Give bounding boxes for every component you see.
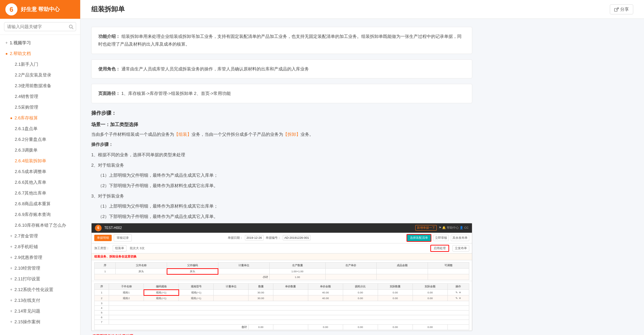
step3-2: （2）下部明细为子件明细，最终作为产成品生成其它入库单。 xyxy=(91,213,472,221)
path-label: 页面路径： xyxy=(98,91,120,96)
main-content-area: 组装拆卸单 分享 功能介绍： 组装拆卸单用来处理企业组装或拆卸等加工业务，支持有… xyxy=(80,0,644,335)
fake-tab-active: 单据明细 xyxy=(94,235,112,241)
intro-text: 组装拆卸单用来处理企业组装或拆卸等加工业务，支持有固定装配清单的产品加工业务，也… xyxy=(98,34,462,47)
path-block: 页面路径： 1、库存核算->库存管理->组装拆卸单 2、首页->常用功能 xyxy=(91,84,472,103)
sidebar-header: 6 好生意 帮助中心 xyxy=(0,0,80,19)
fake-logo: 6 xyxy=(95,225,102,231)
minus-icon-2: ● xyxy=(5,51,8,56)
fake-topbar-icons: ⚑ 🔔 帮助中心 👤 CC xyxy=(439,226,469,230)
table-row-subtotal: 小计 1.00 xyxy=(95,274,469,280)
th-qty: 生产数量 xyxy=(269,262,325,269)
fake-btn-new: 新增单据一下 xyxy=(415,225,437,231)
sidebar-item-2-7[interactable]: + 2.7资金管理 xyxy=(0,231,80,241)
fake-date-label: 单据日期： xyxy=(228,236,243,240)
fake-type-label: 加工类型： xyxy=(94,246,109,250)
sidebar-item-2-8[interactable]: + 2.8手机旺铺 xyxy=(0,241,80,252)
minus-icon-2-6: ● xyxy=(10,116,12,120)
sidebar-item-2-3[interactable]: 2.3使用前数据准备 xyxy=(0,80,80,91)
fake-type-select: 组装单 xyxy=(113,245,126,252)
share-label: 分享 xyxy=(620,6,629,12)
sidebar-item-2-6-6[interactable]: 2.6.6其他入库单 xyxy=(0,177,80,188)
sidebar-item-1[interactable]: + 1.视频学习 xyxy=(0,38,80,48)
fake-docno-val: AD-20191226-001 xyxy=(283,235,311,240)
table-row: 7 xyxy=(95,320,469,324)
sidebar-item-2-2[interactable]: 2.2产品安装及登录 xyxy=(0,70,80,80)
step3-1: （1）上部明细为父件明细，最终作为原材料生成其它出库单； xyxy=(91,202,472,211)
sidebar-item-2-6-4[interactable]: 2.6.4组装拆卸单 xyxy=(0,156,80,166)
fake-lower-table: 序 子件名称 编码规格 规格型号 计量单位 数量 单价数量 单价金额 损耗分比 … xyxy=(92,281,472,331)
sidebar: 6 好生意 帮助中心 + 1.视频学习 ● 2.帮助文档 2.1新手入门 2.2… xyxy=(0,0,80,335)
table-row-total: 合计 0.00 0.00 0.00 0.00 0.00 xyxy=(95,324,469,330)
fake-tab-other: 审核记录 xyxy=(114,234,132,241)
fake-app-topbar: 6 TEST-H002 新增单据一下 ⚑ 🔔 帮助中心 👤 CC xyxy=(92,223,472,233)
search-box xyxy=(0,19,80,35)
fake-date-val: 2019-12-26 xyxy=(245,235,264,240)
sidebar-item-2-14[interactable]: + 2.14常见问题 xyxy=(0,306,80,317)
fake-more-btn: 立发布单 xyxy=(452,245,469,252)
sidebar-item-2-11[interactable]: + 2.11打印设置 xyxy=(0,274,80,284)
fake-confirm-btn: 立即审核 xyxy=(433,235,449,241)
nav-tree: + 1.视频学习 ● 2.帮助文档 2.1新手入门 2.2产品安装及登录 2.3… xyxy=(0,35,80,335)
svg-line-1 xyxy=(72,27,73,29)
share-button[interactable]: 分享 xyxy=(610,4,633,14)
table-row: 1 床头 床头 1.00+1.00 xyxy=(95,269,469,274)
role-text: 通常由生产人员或库管人员完成拆装业务的操作，库管人员确认原材料的出库和产成品的入… xyxy=(121,66,309,71)
fake-enable-btn: 启用处理 xyxy=(430,245,449,252)
brand-name: 好生意 帮助中心 xyxy=(21,6,60,13)
sidebar-item-2-15[interactable]: + 2.15操作案例 xyxy=(0,317,80,327)
step2-1: （1）上部明细为父件明细，最终作为产成品生成其它入库单； xyxy=(91,171,472,180)
th-unit: 计量单位 xyxy=(218,262,269,269)
sidebar-item-2-6-2[interactable]: 2.6.2分量盘点单 xyxy=(0,134,80,145)
table-row: 3 xyxy=(95,301,469,305)
sidebar-item-2-10[interactable]: + 2.10经营管理 xyxy=(0,263,80,274)
content-area: 功能介绍： 组装拆卸单用来处理企业组装或拆卸等加工业务，支持有固定装配清单的产品… xyxy=(80,19,483,335)
step2-2: （2）下部明细为子件明细，最终作为原材料生成其它出库单。 xyxy=(91,182,472,190)
share-icon xyxy=(614,7,619,12)
app-logo: 6 xyxy=(5,3,17,15)
sidebar-item-2-6-10[interactable]: 2.6.10库存账本错了怎么办 xyxy=(0,220,80,231)
nav-label-1: 1.视频学习 xyxy=(10,40,31,46)
sidebar-item-2[interactable]: ● 2.帮助文档 xyxy=(0,48,80,59)
table-row: 1 规格1 规格(+1) 规格(+1) 30.00 40.00 0.00 0.0… xyxy=(95,290,469,295)
fake-table-top: 序 父件名称 父件编码 计量单位 生产数量 生产单价 成品金额 可调整 xyxy=(94,262,469,280)
table-row: 5 xyxy=(95,310,469,315)
sidebar-item-2-6[interactable]: ● 2.6库存核算 xyxy=(0,113,80,123)
sidebar-item-2-6-7[interactable]: 2.6.7其他出库单 xyxy=(0,188,80,199)
fake-upper-table: 序 父件名称 父件编码 计量单位 生产数量 生产单价 成品金额 可调整 xyxy=(92,260,472,281)
sidebar-item-2-12[interactable]: + 2.12系统个性化设置 xyxy=(0,284,80,295)
sidebar-item-2-6-8[interactable]: 2.6.8商品成本重算 xyxy=(0,199,80,209)
fake-annotation-row: 组装业务、拆卸业务在这里切换 xyxy=(92,254,472,260)
fake-select-btn: 选择装配清单 xyxy=(407,234,431,242)
th-father-code: 父件编码 xyxy=(167,262,218,269)
step3: 3、对于拆装业务 xyxy=(91,192,472,201)
fake-table-bottom: 序 子件名称 编码规格 规格型号 计量单位 数量 单价数量 单价金额 损耗分比 … xyxy=(94,283,469,330)
sidebar-item-2-6-5[interactable]: 2.6.5成本调整单 xyxy=(0,166,80,177)
sidebar-item-2-4[interactable]: 2.4销售管理 xyxy=(0,91,80,102)
fake-screenshot: 6 TEST-H002 新增单据一下 ⚑ 🔔 帮助中心 👤 CC 单据明细 审核… xyxy=(91,223,472,331)
search-input[interactable] xyxy=(4,22,76,31)
sidebar-item-2-6-3[interactable]: 2.6.3调拨单 xyxy=(0,145,80,156)
sidebar-item-2-13[interactable]: + 2.13在线支付 xyxy=(0,295,80,306)
th-father-name: 父件名称 xyxy=(116,262,167,269)
page-title: 组装拆卸单 xyxy=(91,5,125,14)
search-icon[interactable] xyxy=(69,24,73,29)
sidebar-item-2-5[interactable]: 2.5采购管理 xyxy=(0,102,80,113)
annotation-switch: 组装业务、拆卸业务在这里切换 xyxy=(94,255,137,259)
step1: 1、根据不同的业务，选择不同单据的类型来处理 xyxy=(91,151,472,159)
ops-title: 操作步骤： xyxy=(91,110,472,116)
fake-save-btn: 其余发布单 xyxy=(451,235,469,241)
sidebar-item-2-1[interactable]: 2.1新手入门 xyxy=(0,59,80,70)
table-row: 4 xyxy=(95,305,469,310)
scenario1-desc: 当由多个子件材料组装成一个成品的业务为【组装】业务，当由一个父件拆分成多个子产品… xyxy=(91,130,472,139)
intro-label: 功能介绍： xyxy=(98,34,120,39)
svg-rect-2 xyxy=(614,8,617,11)
sidebar-item-2-6-1[interactable]: 2.6.1盘点单 xyxy=(0,123,80,134)
th-seq: 序 xyxy=(95,262,116,269)
path-text: 1、库存核算->库存管理->组装拆卸单 2、首页->常用功能 xyxy=(121,91,231,96)
sidebar-item-2-9[interactable]: + 2.9优惠券管理 xyxy=(0,252,80,263)
annotation-1: 有装配清单的在这里处理 xyxy=(93,334,471,335)
sidebar-item-2-6-9[interactable]: 2.6.9库存账本查询 xyxy=(0,209,80,220)
fake-count-label: 批次大 3次 xyxy=(130,246,145,250)
nav-label-2: 2.帮助文档 xyxy=(10,51,31,57)
plus-icon-2-7: + xyxy=(10,234,12,238)
